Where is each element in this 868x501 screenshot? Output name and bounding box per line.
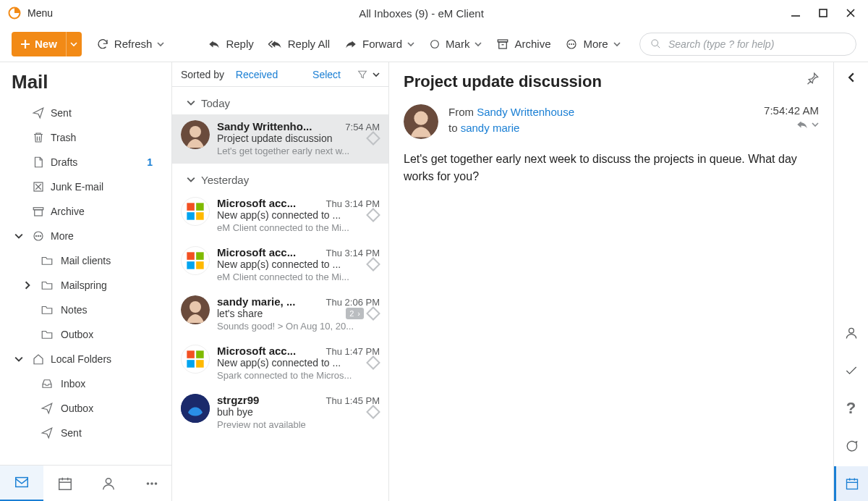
pin-button[interactable]	[806, 71, 820, 85]
chat-icon	[844, 439, 859, 453]
rail-tasks[interactable]	[834, 353, 868, 388]
new-dropdown[interactable]	[66, 32, 82, 56]
select-link[interactable]: Select	[312, 69, 341, 80]
right-rail: ?	[833, 62, 868, 501]
svg-point-32	[155, 482, 158, 485]
close-button[interactable]	[845, 7, 856, 19]
svg-point-31	[150, 482, 153, 485]
list-header: Sorted by Received Select	[172, 62, 388, 87]
svg-point-30	[147, 482, 150, 485]
refresh-icon	[96, 38, 109, 51]
message-item[interactable]: strgzr99Thu 1:45 PM buh bye Preview not …	[172, 388, 388, 437]
new-button[interactable]: New	[12, 32, 82, 56]
sidebar-item-trash[interactable]: Trash	[0, 125, 171, 150]
reading-pane: Project update discussion From Sandy Wri…	[389, 62, 833, 501]
message-item[interactable]: Microsoft acc...Thu 1:47 PM New app(s) c…	[172, 339, 388, 388]
menu-button[interactable]: Menu	[7, 6, 53, 20]
thread-count-badge: 2 ›	[346, 308, 364, 319]
category-diamond-icon[interactable]	[366, 257, 380, 271]
chevron-down-icon[interactable]	[812, 121, 819, 128]
tab-mail[interactable]	[0, 466, 43, 502]
chevron-down-icon	[14, 232, 23, 240]
category-diamond-icon[interactable]	[366, 131, 380, 146]
reply-all-button[interactable]: Reply All	[268, 38, 330, 51]
filter-icon[interactable]	[357, 69, 368, 80]
message-item[interactable]: Microsoft acc...Thu 3:14 PM New app(s) c…	[172, 240, 388, 290]
sidebar-item-local-folders[interactable]: Local Folders	[0, 347, 171, 371]
tab-calendar[interactable]	[43, 466, 87, 502]
collapse-rail-button[interactable]	[846, 72, 856, 83]
sidebar-item-sent[interactable]: Sent	[0, 101, 171, 125]
refresh-button[interactable]: Refresh	[96, 38, 165, 51]
sidebar-item-more[interactable]: More	[0, 224, 171, 248]
sidebar-item-mail-clients[interactable]: Mail clients	[0, 248, 171, 273]
sidebar-item-notes[interactable]: Notes	[0, 298, 171, 322]
calendar-icon	[845, 476, 859, 491]
check-icon	[844, 363, 859, 378]
to-link[interactable]: sandy marie	[461, 122, 520, 134]
sidebar-item-junk[interactable]: Junk E-mail	[0, 174, 171, 199]
category-diamond-icon[interactable]	[366, 208, 380, 222]
chevron-down-icon	[187, 175, 195, 184]
chevron-down-icon	[70, 41, 77, 48]
svg-rect-7	[499, 42, 507, 49]
sort-field[interactable]: Received	[236, 69, 278, 80]
file-icon	[32, 156, 45, 169]
sidebar-item-local-sent[interactable]: Sent	[0, 421, 171, 445]
message-item[interactable]: sandy marie, ...Thu 2:06 PM let's share2…	[172, 290, 388, 339]
group-yesterday[interactable]: Yesterday	[172, 168, 388, 191]
search-box[interactable]	[639, 33, 856, 56]
menu-label: Menu	[27, 7, 53, 19]
forward-button[interactable]: Forward	[344, 38, 414, 51]
chevron-down-icon	[187, 98, 195, 107]
category-diamond-icon[interactable]	[366, 405, 380, 419]
svg-point-13	[652, 40, 658, 46]
mail-icon	[14, 474, 30, 490]
rail-chat[interactable]	[834, 429, 868, 463]
avatar	[181, 246, 210, 275]
sidebar-item-drafts[interactable]: Drafts1	[0, 150, 171, 174]
maximize-button[interactable]	[817, 7, 829, 19]
search-input[interactable]	[667, 38, 846, 51]
from-link[interactable]: Sandy Writtenhouse	[477, 106, 574, 118]
reader-body: Let's get together early next week to di…	[389, 148, 833, 185]
category-diamond-icon[interactable]	[366, 306, 380, 321]
chevron-right-icon	[23, 281, 32, 290]
svg-point-44	[190, 301, 201, 313]
sidebar-item-mailspring[interactable]: Mailspring	[0, 273, 171, 298]
svg-rect-2	[820, 9, 827, 17]
rail-calendar[interactable]	[834, 466, 868, 501]
archive-button[interactable]: Archive	[496, 38, 550, 51]
svg-line-14	[657, 45, 660, 48]
sidebar-item-outbox[interactable]: Outbox	[0, 322, 171, 347]
svg-rect-38	[196, 212, 204, 220]
archive-icon	[496, 38, 509, 51]
group-today[interactable]: Today	[172, 91, 388, 114]
dots-icon	[144, 476, 160, 492]
message-item[interactable]: Sandy Writtenho...7:54 AM Project update…	[172, 114, 388, 164]
svg-point-5	[431, 40, 439, 48]
avatar	[181, 394, 210, 423]
sidebar-item-archive[interactable]: Archive	[0, 199, 171, 224]
rail-contacts[interactable]	[834, 316, 868, 350]
svg-rect-24	[16, 478, 28, 487]
close-icon	[846, 8, 856, 18]
sidebar-item-local-outbox[interactable]: Outbox	[0, 396, 171, 421]
tab-more[interactable]	[130, 466, 174, 502]
more-button[interactable]: More	[565, 38, 620, 51]
reply-button[interactable]: Reply	[208, 38, 253, 51]
sidebar-item-local-inbox[interactable]: Inbox	[0, 371, 171, 396]
new-label: New	[35, 38, 57, 50]
app-logo-icon	[7, 6, 22, 20]
chevron-down-icon	[613, 41, 621, 48]
message-item[interactable]: Microsoft acc...Thu 3:14 PM New app(s) c…	[172, 191, 388, 240]
calendar-icon	[57, 476, 73, 492]
mark-button[interactable]: Mark	[429, 38, 482, 50]
minimize-button[interactable]	[790, 7, 801, 19]
person-icon	[101, 476, 116, 492]
category-diamond-icon[interactable]	[366, 355, 380, 370]
reply-icon[interactable]	[796, 118, 809, 131]
chevron-down-icon[interactable]	[373, 71, 380, 78]
tab-contacts[interactable]	[87, 466, 130, 502]
rail-help[interactable]: ?	[834, 391, 868, 426]
